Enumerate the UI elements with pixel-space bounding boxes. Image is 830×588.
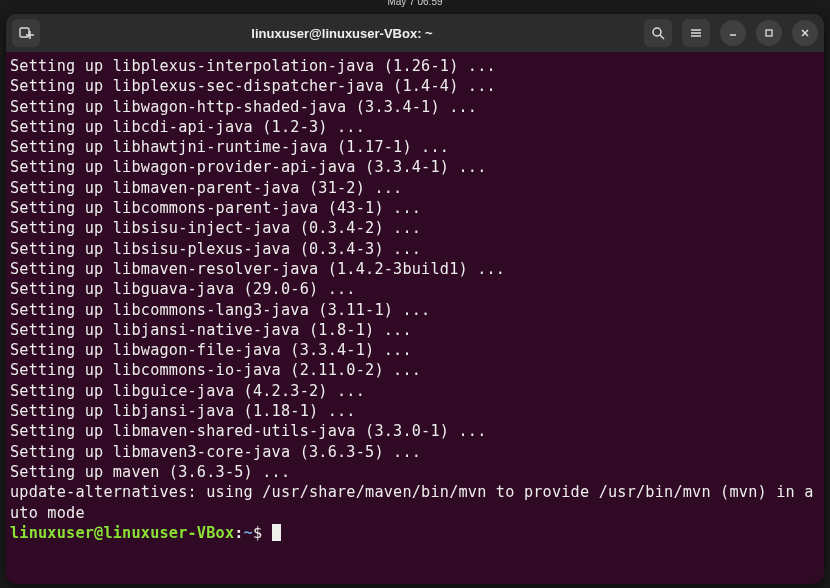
new-tab-button[interactable] [12, 19, 40, 47]
maximize-icon [763, 27, 775, 39]
menu-button[interactable] [682, 19, 710, 47]
svg-rect-9 [766, 30, 772, 36]
cursor [272, 524, 281, 541]
close-icon [799, 27, 811, 39]
output-lines: Setting up libplexus-interpolation-java … [10, 57, 814, 522]
close-button[interactable] [792, 20, 818, 46]
maximize-button[interactable] [756, 20, 782, 46]
window-title: linuxuser@linuxuser-VBox: ~ [46, 26, 638, 41]
search-icon [651, 26, 665, 40]
prompt-colon: : [234, 524, 243, 542]
search-button[interactable] [644, 19, 672, 47]
svg-point-3 [653, 28, 661, 36]
new-tab-icon [18, 25, 34, 41]
prompt-user-host: linuxuser@linuxuser-VBox [10, 524, 234, 542]
minimize-button[interactable] [720, 20, 746, 46]
terminal-output[interactable]: Setting up libplexus-interpolation-java … [6, 52, 824, 584]
topbar-datetime: May 7 06:59 [387, 0, 442, 7]
prompt-path: ~ [244, 524, 253, 542]
titlebar: linuxuser@linuxuser-VBox: ~ [6, 14, 824, 52]
hamburger-icon [689, 26, 703, 40]
svg-line-4 [660, 35, 664, 39]
prompt-symbol: $ [253, 524, 262, 542]
minimize-icon [727, 27, 739, 39]
desktop-topbar: May 7 06:59 [0, 0, 830, 8]
terminal-window: linuxuser@linuxuser-VBox: ~ [6, 14, 824, 584]
